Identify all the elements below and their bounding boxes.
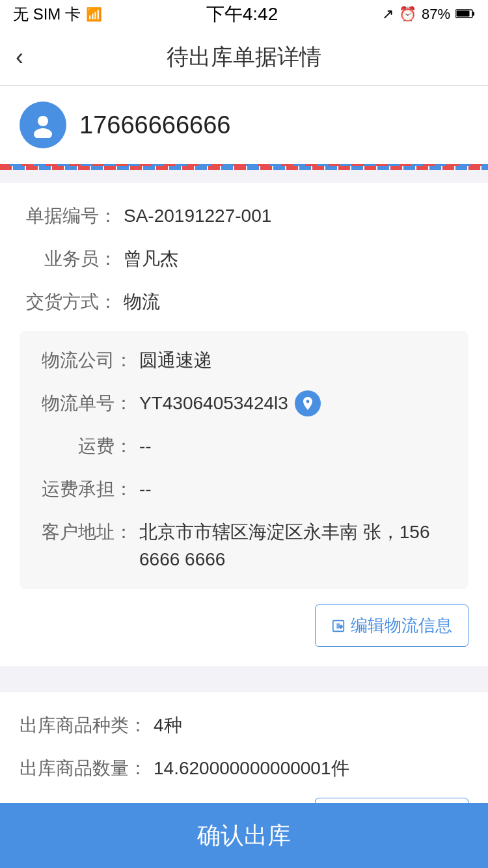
nav-bar: ‹ 待出库单据详情 — [0, 29, 488, 86]
basic-info-section: 单据编号： SA-20191227-001 业务员： 曾凡杰 交货方式： 物流 … — [0, 183, 488, 666]
location-status-icon: ↗ — [382, 6, 394, 23]
section-divider-1 — [0, 666, 488, 679]
svg-rect-2 — [457, 11, 470, 17]
tracking-number-label: 物流单号： — [35, 390, 139, 417]
document-number-row: 单据编号： SA-20191227-001 — [20, 202, 468, 230]
goods-quantity-row: 出库商品数量： 14.620000000000001件 — [20, 755, 468, 782]
goods-types-label: 出库商品种类： — [20, 712, 154, 739]
logistics-company-value: 圆通速递 — [139, 347, 453, 374]
status-bar: 无 SIM 卡 📶 下午4:42 ↗ ⏰ 87% — [0, 0, 488, 29]
back-button[interactable]: ‹ — [16, 44, 23, 71]
freight-label: 运费： — [35, 433, 139, 460]
logistics-company-row: 物流公司： 圆通速递 — [35, 347, 453, 374]
dashed-divider — [0, 166, 488, 170]
svg-point-4 — [34, 128, 52, 138]
carrier-text: 无 SIM 卡 — [13, 4, 81, 25]
goods-types-value: 4种 — [154, 712, 468, 739]
confirm-button[interactable]: 确认出库 — [0, 820, 488, 852]
logistics-company-label: 物流公司： — [35, 347, 139, 374]
status-right: ↗ ⏰ 87% — [382, 6, 475, 23]
freight-bear-row: 运费承担： -- — [35, 476, 453, 503]
goods-types-row: 出库商品种类： 4种 — [20, 712, 468, 739]
avatar — [20, 102, 66, 148]
address-row: 客户地址： 北京市市辖区海淀区永丰南 张，156 6666 6666 — [35, 519, 453, 573]
freight-value: -- — [139, 433, 453, 460]
tracking-number-value-wrap: YT43064053424l3 — [139, 390, 453, 417]
sales-person-row: 业务员： 曾凡杰 — [20, 245, 468, 273]
edit-logistics-button-row: 编辑物流信息 — [20, 604, 468, 647]
location-icon[interactable] — [295, 390, 321, 416]
tracking-number-value: YT43064053424l3 — [139, 390, 288, 417]
svg-rect-1 — [472, 12, 474, 16]
freight-bear-label: 运费承担： — [35, 476, 139, 503]
edit-logistics-label: 编辑物流信息 — [351, 614, 452, 637]
page-title: 待出库单据详情 — [167, 42, 321, 72]
document-number-label: 单据编号： — [20, 202, 124, 230]
battery-text: 87% — [422, 6, 450, 23]
goods-quantity-label: 出库商品数量： — [20, 755, 154, 782]
sales-person-label: 业务员： — [20, 245, 124, 273]
delivery-method-value: 物流 — [124, 288, 468, 316]
svg-point-3 — [38, 116, 48, 126]
wifi-icon: 📶 — [86, 7, 102, 22]
alarm-icon: ⏰ — [399, 6, 416, 23]
edit-logistics-button[interactable]: 编辑物流信息 — [315, 604, 468, 647]
contact-header: 17666666666 — [0, 86, 488, 166]
address-label: 客户地址： — [35, 519, 139, 546]
sales-person-value: 曾凡杰 — [124, 245, 468, 273]
delivery-method-row: 交货方式： 物流 — [20, 288, 468, 316]
bottom-bar: 确认出库 — [0, 803, 488, 868]
contact-phone: 17666666666 — [79, 111, 230, 139]
goods-quantity-value: 14.620000000000001件 — [154, 755, 468, 782]
tracking-number-row: 物流单号： YT43064053424l3 — [35, 390, 453, 417]
status-time: 下午4:42 — [206, 2, 278, 27]
freight-row: 运费： -- — [35, 433, 453, 460]
battery-icon — [455, 6, 475, 23]
freight-bear-value: -- — [139, 476, 453, 503]
logistics-card: 物流公司： 圆通速递 物流单号： YT43064053424l3 运费： -- … — [20, 331, 468, 589]
status-left: 无 SIM 卡 📶 — [13, 4, 102, 25]
delivery-method-label: 交货方式： — [20, 288, 124, 316]
document-number-value: SA-20191227-001 — [124, 202, 468, 230]
address-value: 北京市市辖区海淀区永丰南 张，156 6666 6666 — [139, 519, 453, 573]
